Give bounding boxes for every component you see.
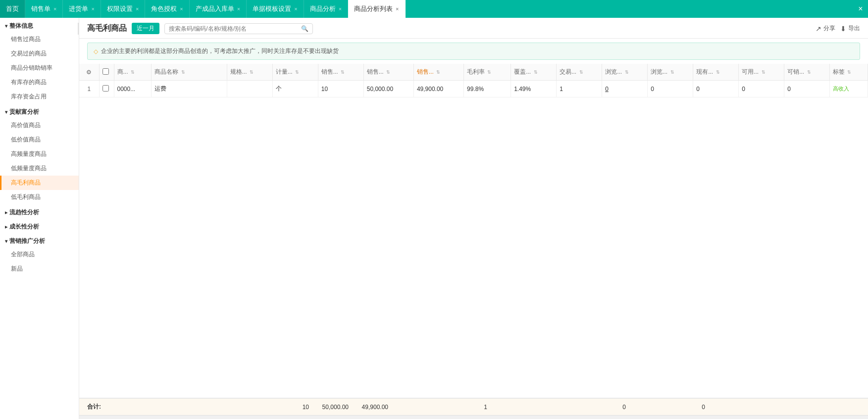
cell-spec (227, 81, 272, 97)
table-container[interactable]: ⚙ 商... ⇅ 商品名称 ⇅ (79, 64, 868, 398)
search-icon[interactable]: 🔍 (301, 25, 308, 32)
cell-saleable: 0 (784, 81, 830, 97)
nav-tab-template-settings[interactable]: 单据模板设置 × (247, 0, 304, 18)
filter-recent-month-button[interactable]: 近一月 (132, 23, 159, 34)
horizontal-scrollbar[interactable] (79, 415, 868, 419)
cell-row-num: 1 (79, 81, 99, 97)
footer-saleable: 0 (670, 404, 710, 411)
share-button[interactable]: ↗ 分享 (816, 24, 835, 33)
cell-code: 0000... (114, 81, 152, 97)
col-unit[interactable]: 计量... ⇅ (272, 64, 318, 81)
close-template-icon[interactable]: × (294, 6, 297, 12)
col-settings[interactable]: ⚙ (79, 64, 99, 81)
col-browse1[interactable]: 浏览... ⇅ (602, 64, 648, 81)
arrow-wealth-icon: ▾ (5, 109, 7, 115)
close-sales-order-icon[interactable]: × (53, 6, 56, 12)
top-nav: 首页 销售单 × 进货单 × 权限设置 × 角色授权 × 产成品入库单 × 单据… (0, 0, 868, 18)
sidebar-item-sales-goods[interactable]: 销售过商品 (0, 32, 79, 47)
products-table: ⚙ 商... ⇅ 商品名称 ⇅ (79, 64, 868, 97)
nav-tab-product-entry[interactable]: 产成品入库单 × (190, 0, 247, 18)
col-transaction[interactable]: 交易... ⇅ (557, 64, 602, 81)
footer-sales-qty: 10 (274, 404, 314, 411)
sort-stock-icon: ⇅ (716, 70, 720, 75)
select-all-checkbox[interactable] (102, 68, 109, 75)
sidebar-item-low-margin[interactable]: 低毛利商品 (0, 190, 79, 204)
sort-browse2-icon: ⇅ (670, 70, 674, 75)
col-available[interactable]: 可用... ⇅ (739, 64, 784, 81)
sidebar-group-trend[interactable]: ▸ 流趋性分析 (0, 204, 79, 219)
export-button[interactable]: ⬇ 导出 (840, 24, 860, 33)
col-spec[interactable]: 规格... ⇅ (227, 64, 272, 81)
sidebar-item-low-freq[interactable]: 低频量度商品 (0, 161, 79, 176)
info-banner: ◇ 企业的主要的利润都是这部分商品创造的，可考虑加大推广，同时关注库存是不要出现… (87, 43, 860, 60)
cell-transaction: 1 (557, 81, 602, 97)
nav-tab-sales-order[interactable]: 销售单 × (25, 0, 63, 18)
arrow-growth-icon: ▸ (5, 224, 7, 230)
sidebar-item-sales-assist[interactable]: 商品分销助销率 (0, 61, 79, 75)
sidebar-item-traded-goods[interactable]: 交易过的商品 (0, 47, 79, 61)
nav-tab-role-auth[interactable]: 角色授权 × (145, 0, 189, 18)
sidebar-item-inventory-capital[interactable]: 库存资金占用 (0, 90, 79, 104)
cell-checkbox (99, 81, 114, 97)
sort-saleable-icon: ⇅ (807, 70, 811, 75)
col-saleable[interactable]: 可销... ⇅ (784, 64, 830, 81)
sort-spec-icon: ⇅ (250, 70, 254, 75)
sidebar-item-low-value[interactable]: 低价值商品 (0, 133, 79, 147)
close-role-icon[interactable]: × (180, 6, 183, 12)
cell-unit: 个 (272, 81, 318, 97)
cell-available: 0 (739, 81, 784, 97)
col-sales-cost[interactable]: 销售... ⇅ (413, 64, 463, 81)
sidebar-group-wealth[interactable]: ▾ 贡献富分析 (0, 104, 79, 118)
sidebar-item-all-goods[interactable]: 全部商品 (0, 247, 79, 262)
cell-tag: 高收入 (830, 81, 868, 97)
cell-browse2: 0 (648, 81, 693, 97)
cell-browse1[interactable]: 0 (602, 81, 648, 97)
footer-totals: 合计: 10 50,000.00 49,900.00 1 0 0 (79, 398, 868, 415)
sidebar-group-marketing[interactable]: ▾ 营销推广分析 (0, 233, 79, 247)
footer-sales-cost: 49,900.00 (354, 404, 393, 411)
sidebar-item-high-freq[interactable]: 高频量度商品 (0, 147, 79, 161)
close-analysis-list-icon[interactable]: × (396, 6, 399, 12)
sidebar-item-high-margin[interactable]: 高毛利商品 (0, 176, 79, 190)
sidebar-group-growth[interactable]: ▸ 成长性分析 (0, 219, 79, 233)
sidebar-item-new-goods[interactable]: 新品 (0, 262, 79, 276)
col-tag[interactable]: 标签 ⇅ (830, 64, 868, 81)
nav-tab-permission-settings[interactable]: 权限设置 × (101, 0, 145, 18)
nav-tab-product-analysis-list[interactable]: 商品分析列表 × (348, 0, 405, 18)
cell-sales-qty: 10 (318, 81, 363, 97)
cell-sales-cost: 49,900.00 (413, 81, 463, 97)
nav-tab-purchase-order[interactable]: 进货单 × (63, 0, 101, 18)
footer-sales-amount: 50,000.00 (314, 404, 354, 411)
nav-tab-home[interactable]: 首页 (0, 0, 25, 18)
sidebar-group-overall[interactable]: ▾ 整体信息 (0, 18, 79, 32)
col-coverage[interactable]: 覆盖... ⇅ (511, 64, 557, 81)
col-sales-qty[interactable]: 销售... ⇅ (318, 64, 363, 81)
col-code[interactable]: 商... ⇅ (114, 64, 152, 81)
row-checkbox[interactable] (102, 85, 109, 92)
sidebar-item-high-value[interactable]: 高价值商品 (0, 118, 79, 133)
col-browse2[interactable]: 浏览... ⇅ (648, 64, 693, 81)
col-name[interactable]: 商品名称 ⇅ (152, 64, 227, 81)
arrow-overall-icon: ▾ (5, 23, 7, 29)
search-input[interactable] (169, 25, 301, 32)
col-sales-amount[interactable]: 销售... ⇅ (363, 64, 413, 81)
nav-tab-product-analysis[interactable]: 商品分析 × (304, 0, 348, 18)
sort-sales-amount-icon: ⇅ (386, 70, 390, 75)
search-wrapper: 🔍 (164, 23, 313, 34)
close-permission-icon[interactable]: × (136, 6, 139, 12)
col-margin-rate[interactable]: 毛利率 ⇅ (464, 64, 511, 81)
sort-code-icon: ⇅ (131, 70, 135, 75)
cell-name: 运费 (152, 81, 227, 97)
sidebar-item-stocked-goods[interactable]: 有库存的商品 (0, 75, 79, 90)
cell-margin-rate: 99.8% (464, 81, 511, 97)
footer-label: 合计: (87, 403, 101, 411)
close-product-entry-icon[interactable]: × (237, 6, 240, 12)
close-all-tabs-button[interactable]: × (853, 0, 868, 18)
footer-current-stock: 0 (591, 404, 631, 411)
close-purchase-order-icon[interactable]: × (91, 6, 94, 12)
close-analysis-icon[interactable]: × (339, 6, 342, 12)
sort-available-icon: ⇅ (762, 70, 766, 75)
col-current-stock[interactable]: 现有... ⇅ (693, 64, 739, 81)
sidebar: « ▾ 整体信息 销售过商品 交易过的商品 商品分销助销率 有库存的商品 库存资… (0, 18, 79, 419)
sidebar-collapse-button[interactable]: « (78, 23, 79, 35)
